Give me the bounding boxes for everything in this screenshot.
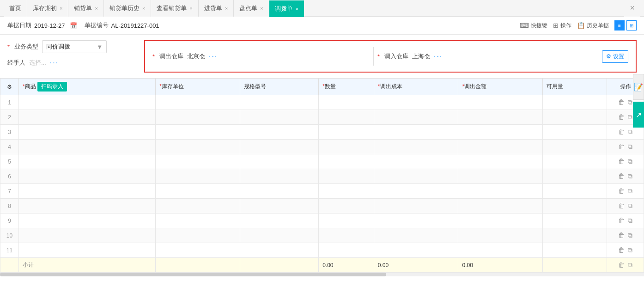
- table-container: ⚙ *商品 扫码录入 *库存单位 规格型号 *数量 *调出成本 *调出金额 可用…: [0, 78, 644, 276]
- delete-row-icon-2[interactable]: 🗑: [618, 113, 625, 121]
- table-row: 3 🗑 ⧉: [0, 125, 644, 140]
- form-left: * 业务类型 同价调拨 ▼ 经手人 选择... ···: [7, 40, 137, 67]
- layout-icons: ≡ ⊞: [614, 20, 637, 31]
- tab-sales-history[interactable]: 销货单历史 ×: [104, 0, 151, 17]
- warehouse-divider: [373, 47, 374, 66]
- copy-row-icon-2[interactable]: ⧉: [628, 113, 632, 121]
- tab-close-transfer-order[interactable]: ×: [296, 6, 298, 12]
- delete-row-icon-10[interactable]: 🗑: [618, 232, 625, 239]
- header-right: ⌨ 快捷键 ⊞ 操作 📋 历史单据 ≡ ⊞: [520, 20, 637, 31]
- copy-row-icon-3[interactable]: ⧉: [628, 128, 632, 135]
- col-available: 可用量: [543, 79, 607, 95]
- history-button[interactable]: 📋 历史单据: [577, 22, 609, 30]
- required-star-in: *: [377, 53, 380, 60]
- quick-key-button[interactable]: ⌨ 快捷键: [520, 22, 547, 30]
- table-row: 2 🗑 ⧉: [0, 110, 644, 125]
- delete-row-icon-5[interactable]: 🗑: [618, 158, 625, 165]
- delete-row-icon-4[interactable]: 🗑: [618, 143, 625, 150]
- date-value: 2019-12-27: [34, 22, 65, 29]
- settings-button[interactable]: ⚙ 设置: [602, 50, 628, 63]
- business-type-label: 业务类型: [14, 43, 38, 51]
- tab-close-inventory-count[interactable]: ×: [260, 6, 263, 11]
- sidebar-note-button[interactable]: 📝: [633, 74, 644, 100]
- copy-row-icon-7[interactable]: ⧉: [628, 187, 632, 195]
- col-unit: *库存单位: [156, 79, 240, 95]
- tab-inventory-init[interactable]: 库存期初 ×: [27, 0, 68, 17]
- operations-button[interactable]: ⊞ 操作: [553, 22, 571, 30]
- copy-row-icon-6[interactable]: ⧉: [628, 172, 632, 180]
- copy-row-icon-4[interactable]: ⧉: [628, 143, 632, 150]
- warehouse-section: * 调出仓库 北京仓 ··· * 调入仓库 上海仓 ··· ⚙ 设置: [144, 40, 637, 73]
- table-row: 4 🗑 ⧉: [0, 140, 644, 154]
- tab-transfer-order[interactable]: 调拨单 ×: [269, 0, 304, 17]
- col-amount: *调出金额: [458, 79, 543, 95]
- delete-row-icon-3[interactable]: 🗑: [618, 128, 625, 135]
- operations-icon: ⊞: [553, 22, 559, 29]
- delete-subtotal-icon[interactable]: 🗑: [618, 261, 625, 269]
- copy-row-icon-8[interactable]: ⧉: [628, 202, 632, 209]
- layout-list-icon[interactable]: ≡: [614, 20, 625, 31]
- out-warehouse-label: 调出仓库: [159, 52, 183, 61]
- person-select[interactable]: 选择...: [29, 59, 46, 67]
- tab-view-sales[interactable]: 查看销货单 ×: [151, 0, 198, 17]
- delete-row-icon-1[interactable]: 🗑: [618, 98, 625, 106]
- dropdown-arrow-icon: ▼: [97, 43, 103, 50]
- tab-close-inventory-init[interactable]: ×: [60, 6, 62, 11]
- table-row: 6 🗑 ⧉: [0, 169, 644, 184]
- delete-row-icon-6[interactable]: 🗑: [618, 172, 625, 180]
- tab-close-purchase-order[interactable]: ×: [225, 6, 228, 11]
- tab-purchase-order[interactable]: 进货单 ×: [199, 0, 234, 17]
- copy-row-icon-5[interactable]: ⧉: [628, 158, 632, 165]
- settings-gear-icon: ⚙: [606, 53, 611, 60]
- out-warehouse-more-icon[interactable]: ···: [209, 52, 218, 61]
- subtotal-row: 小计 0.00 0.00 0.00 🗑 ⧉: [0, 258, 644, 273]
- in-warehouse-label: 调入仓库: [384, 52, 408, 61]
- tab-inventory-count[interactable]: 盘点单 ×: [234, 0, 269, 17]
- col-qty: *数量: [319, 79, 374, 95]
- copy-row-icon-11[interactable]: ⧉: [628, 246, 632, 254]
- doc-num-label: 单据编号: [85, 21, 109, 30]
- layout-grid-icon[interactable]: ⊞: [626, 20, 637, 31]
- person-more-icon[interactable]: ···: [50, 59, 59, 67]
- delete-row-icon-7[interactable]: 🗑: [618, 187, 625, 195]
- out-warehouse-value: 北京仓: [187, 52, 205, 61]
- sidebar-expand-button[interactable]: ↗: [633, 102, 644, 128]
- form-area: * 业务类型 同价调拨 ▼ 经手人 选择... ··· * 调出仓库 北京仓 ·…: [0, 35, 644, 78]
- copy-row-icon-10[interactable]: ⧉: [628, 232, 632, 239]
- table-row: 8 🗑 ⧉: [0, 199, 644, 214]
- scan-button[interactable]: 扫码录入: [37, 82, 67, 92]
- copy-subtotal-icon[interactable]: ⧉: [628, 261, 632, 269]
- business-type-value: 同价调拨: [46, 43, 95, 51]
- subtotal-amount: 0.00: [458, 258, 543, 273]
- calendar-icon[interactable]: 📅: [70, 22, 77, 29]
- col-gear[interactable]: ⚙: [0, 79, 19, 95]
- person-label: 经手人: [7, 59, 25, 67]
- tab-home[interactable]: 首页: [4, 0, 27, 17]
- doc-num-value: AL-20191227-001: [111, 22, 159, 29]
- delete-row-icon-9[interactable]: 🗑: [618, 217, 625, 224]
- in-warehouse-more-icon[interactable]: ···: [434, 52, 443, 61]
- close-all-button[interactable]: ×: [624, 0, 640, 17]
- person-field: 经手人 选择... ···: [7, 59, 137, 67]
- subtotal-label: 小计: [19, 258, 156, 273]
- date-label: 单据日期: [7, 21, 31, 30]
- tab-close-sales-history[interactable]: ×: [142, 6, 145, 11]
- business-type-select[interactable]: 同价调拨 ▼: [42, 40, 107, 53]
- copy-row-icon-1[interactable]: ⧉: [628, 98, 632, 106]
- tab-sales-order[interactable]: 销货单 ×: [68, 0, 103, 17]
- doc-num-field: 单据编号 AL-20191227-001: [85, 21, 159, 30]
- table-row: 9 🗑 ⧉: [0, 214, 644, 228]
- copy-row-icon-9[interactable]: ⧉: [628, 217, 632, 224]
- horizontal-scrollbar[interactable]: [0, 273, 644, 276]
- history-icon: 📋: [577, 22, 585, 29]
- col-product: *商品 扫码录入: [19, 79, 156, 95]
- delete-row-icon-11[interactable]: 🗑: [618, 246, 625, 254]
- table-row: 10 🗑 ⧉: [0, 228, 644, 243]
- data-table: ⚙ *商品 扫码录入 *库存单位 规格型号 *数量 *调出成本 *调出金额 可用…: [0, 78, 644, 273]
- quick-key-icon: ⌨: [520, 22, 529, 29]
- required-star-business: *: [7, 43, 10, 50]
- tab-close-view-sales[interactable]: ×: [189, 6, 192, 11]
- tab-bar: 首页 库存期初 × 销货单 × 销货单历史 × 查看销货单 × 进货单 × 盘点…: [0, 0, 644, 17]
- tab-close-sales-order[interactable]: ×: [95, 6, 97, 11]
- delete-row-icon-8[interactable]: 🗑: [618, 202, 625, 209]
